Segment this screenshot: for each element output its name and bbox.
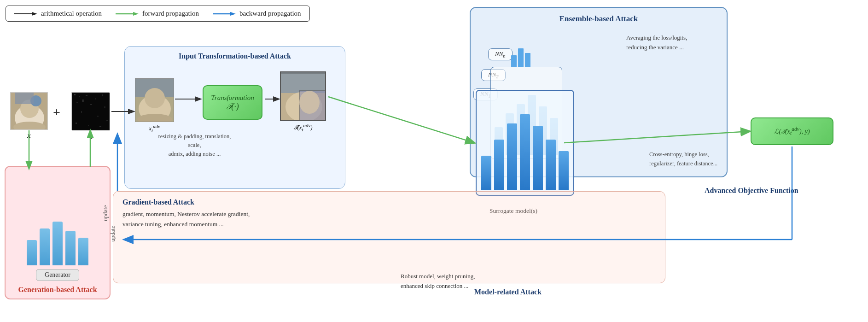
svg-rect-14 [79,96,80,97]
dog-image [10,92,48,130]
plus-sign: + [53,105,60,120]
surr-bar-f4 [520,114,530,190]
svg-marker-1 [32,12,37,16]
transform-line2: 𝒯(·) [226,102,239,111]
advanced-objective-title: Advanced Objective Function [705,187,798,195]
noise-image [71,92,109,130]
dog-illustration [11,93,48,130]
svg-line-44 [328,97,474,143]
model-attack-title: Model-related Attack [474,288,542,296]
surr-bar-f3 [507,123,517,190]
svg-rect-20 [104,106,105,108]
loss-function-box: ℒ(𝒯(xtadv), y) [751,117,833,145]
cross-entropy-text: Cross-entropy, hinge loss,regularizer, f… [649,150,741,168]
legend-forward-label: forward propagation [142,10,199,18]
legend-backward-label: backward propagation [239,10,301,18]
gen-bar-2 [40,228,50,265]
adv-dog-container: xtadv [135,78,174,133]
transformed-image [280,71,326,121]
gen-bar-4 [65,231,76,265]
ensemble-title: Ensemble-based Attack [477,14,720,23]
gen-bar-3 [52,222,63,265]
svg-marker-3 [133,12,139,16]
gradient-text: gradient, momentum, Nesterov accelerate … [122,209,656,229]
svg-rect-10 [15,93,34,104]
input-transform-title: Input Transformation-based Attack [130,52,339,60]
generation-attack-title: Generation-based Attack [18,286,97,294]
delta-label: δt [88,132,93,141]
blue-arrow-icon [213,11,236,17]
black-arrow-icon [14,11,37,17]
svg-rect-21 [81,111,82,113]
surr-bar-f7 [559,151,569,190]
legend-arithmetical: arithmetical operation [14,10,102,18]
gradient-attack-box: Gradient-based Attack gradient, momentum… [113,191,665,283]
surr-bar-f5 [533,126,543,190]
surr-bar-f2 [494,140,504,190]
ensemble-mini-bars [511,48,530,67]
generation-attack-box: Generator Generation-based Attack [5,166,111,299]
svg-rect-22 [97,116,99,117]
svg-rect-13 [74,94,76,95]
mini-bar-1 [511,55,517,67]
svg-rect-25 [88,125,89,126]
transform-line1: Transformation [211,94,254,102]
gradient-title: Gradient-based Attack [122,198,656,206]
transformation-box: Transformation 𝒯(·) [203,85,262,120]
transformed-illustration [281,72,326,121]
nn-n-box: NNn [488,48,513,60]
transformed-image-container: 𝒯(xtadv) [280,71,326,132]
surr-bar-f1 [481,156,491,190]
mini-bar-3 [525,53,530,67]
x-adv-label: xtadv [149,123,160,133]
legend-backward: backward propagation [213,10,301,18]
svg-rect-12 [72,93,110,130]
svg-rect-15 [86,95,87,96]
svg-rect-23 [106,120,108,121]
svg-marker-5 [230,12,236,16]
svg-rect-16 [95,98,96,100]
svg-rect-27 [82,100,84,102]
x-label: x [27,132,31,140]
svg-point-31 [145,88,165,108]
svg-rect-26 [99,126,101,127]
legend-arithmetical-label: arithmetical operation [41,10,102,18]
svg-rect-34 [281,72,326,93]
gen-bar-5 [78,238,88,265]
adv-dog-illustration [135,79,174,122]
noise-image-container: δt [71,92,109,141]
generator-bars [27,215,88,265]
adv-dog-image [135,78,174,122]
generator-label: Generator [36,269,79,281]
mini-bar-2 [518,48,524,67]
resize-text: resizing & padding, translation, scale,a… [157,132,233,158]
dog-image-container: x [10,92,48,140]
noise-illustration [72,93,110,130]
svg-rect-24 [76,123,77,124]
gen-bar-1 [27,240,37,265]
svg-point-37 [299,91,320,114]
legend-forward: forward propagation [116,10,199,18]
svg-rect-17 [102,94,103,96]
diagram-container: arithmetical operation forward propagati… [0,0,868,322]
ensemble-description: Averaging the loss/logits,reducing the v… [626,33,718,53]
svg-rect-19 [90,104,92,105]
t-x-adv-label: 𝒯(xtadv) [293,123,312,132]
svg-rect-38 [281,72,326,74]
loss-function-label: ℒ(𝒯(xtadv), y) [774,126,810,136]
surrogate-bars-front [476,90,574,196]
green-arrow-icon [116,11,139,17]
legend-box: arithmetical operation forward propagati… [6,6,310,22]
update-label: update [109,226,117,242]
surr-bar-f6 [546,140,556,190]
svg-rect-18 [76,102,78,103]
nn-n-label: NNn [488,48,513,60]
